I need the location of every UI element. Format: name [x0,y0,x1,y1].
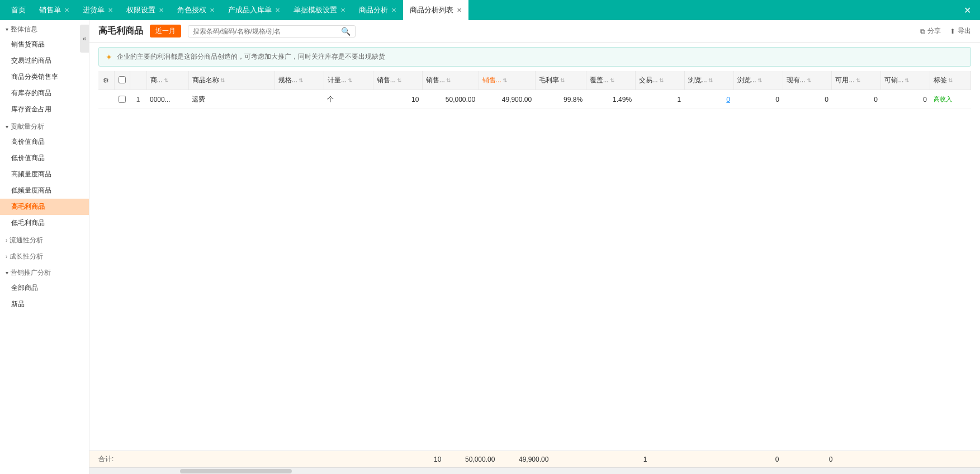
sidebar-item-goods-analysis[interactable]: 商品分类销售率 [0,69,89,85]
nav-tab-role-close[interactable]: ✕ [210,7,215,14]
main-layout: « ▾ 整体信息 销售货商品 交易过的商品 商品分类销售率 有库存的商品 库存资… [0,20,980,474]
share-icon: ⧉ [920,27,925,35]
nav-tab-analysis-close[interactable]: ✕ [391,7,396,14]
col-settings[interactable]: ⚙ [98,71,114,90]
share-button[interactable]: ⧉ 分享 [920,26,941,36]
sidebar: « ▾ 整体信息 销售货商品 交易过的商品 商品分类销售率 有库存的商品 库存资… [0,20,89,474]
sort-icon: ⇅ [856,77,860,83]
col-sales-cost-header[interactable]: 销售... ⇅ [479,71,535,90]
col-current-header[interactable]: 现有... ⇅ [783,71,832,90]
col-margin-rate-header[interactable]: 毛利率 ⇅ [535,71,586,90]
export-button[interactable]: ⬆ 导出 [950,26,971,36]
sidebar-item-high-value[interactable]: 高价值商品 [0,134,89,150]
col-browse1-header[interactable]: 浏览... ⇅ [684,71,733,90]
info-banner: ✦ 企业的主要的利润都是这部分商品创造的，可考虑加大推广，同时关注库存是不要出现… [98,47,971,67]
content-header: 高毛利商品 近一月 🔍 ⧉ 分享 ⬆ 导出 [89,20,980,43]
sort-icon: ⇅ [164,77,168,83]
col-check[interactable] [114,71,130,90]
sidebar-group-growth[interactable]: › 成长性分析 [0,247,89,264]
col-saleable-header[interactable]: 可销... ⇅ [881,71,930,90]
sidebar-item-traded-goods[interactable]: 交易过的商品 [0,53,89,69]
nav-tab-purchase-close[interactable]: ✕ [108,7,113,14]
sort-icon: ⇅ [220,77,225,83]
col-code-header[interactable]: 商... ⇅ [146,71,188,90]
col-num-header [130,71,146,90]
sidebar-item-sales-goods[interactable]: 销售货商品 [0,36,89,53]
col-sales-qty-header[interactable]: 销售... ⇅ [373,71,422,90]
sidebar-group-marketing-arrow: ▾ [6,270,8,276]
sidebar-item-all-goods[interactable]: 全部商品 [0,280,89,296]
nav-tab-analysis-list[interactable]: 商品分析列表 ✕ [403,0,468,20]
search-icon[interactable]: 🔍 [341,27,351,36]
sort-icon: ⇅ [807,77,811,83]
cell-transaction: 1 [635,90,684,109]
nav-tab-purchase[interactable]: 进货单 ✕ [76,0,120,20]
sidebar-item-stock-fund[interactable]: 库存资金占用 [0,101,89,118]
sidebar-item-low-freq[interactable]: 低频量度商品 [0,182,89,199]
cell-current: 0 [783,90,832,109]
select-all-checkbox[interactable] [119,76,126,83]
sidebar-item-new-goods[interactable]: 新品 [0,296,89,312]
sort-icon: ⇅ [446,77,451,83]
col-coverage-header[interactable]: 覆盖... ⇅ [586,71,635,90]
sort-icon: ⇅ [560,77,565,83]
cell-coverage: 1.49% [586,90,635,109]
col-name-header[interactable]: 商品名称 ⇅ [188,71,274,90]
nav-tab-template[interactable]: 单据模板设置 ✕ [287,0,352,20]
nav-tab-perm-close[interactable]: ✕ [159,7,164,14]
sidebar-group-wealth[interactable]: ▾ 贡献量分析 [0,118,89,134]
sidebar-group-growth-arrow: › [6,254,7,260]
footer-label: 合计: [98,454,113,464]
nav-tab-inbound[interactable]: 产成品入库单 ✕ [221,0,287,20]
sidebar-group-trend[interactable]: › 流通性分析 [0,231,89,247]
sidebar-group-wealth-label: 贡献量分析 [11,122,44,132]
col-unit-header[interactable]: 计量... ⇅ [324,71,373,90]
footer-bar: 合计: 10 50,000.00 49,900.00 1 0 0 [89,450,980,467]
sidebar-group-marketing[interactable]: ▾ 营销推广分析 [0,264,89,280]
cell-saleable: 0 [881,90,930,109]
cell-available: 0 [832,90,881,109]
nav-tab-home-label: 首页 [11,5,26,15]
col-available-header[interactable]: 可用... ⇅ [832,71,881,90]
sidebar-item-stocked-goods[interactable]: 有库存的商品 [0,85,89,101]
nav-tab-analysis[interactable]: 商品分析 ✕ [352,0,403,20]
col-sales-amount-header[interactable]: 销售... ⇅ [422,71,479,90]
sidebar-collapse-button[interactable]: « [80,25,89,53]
page-title: 高毛利商品 [98,25,143,37]
footer-current: 0 [734,456,779,463]
app-close-button[interactable]: ✕ [959,5,976,16]
col-browse2-header[interactable]: 浏览... ⇅ [733,71,783,90]
nav-tab-sales[interactable]: 销售单 ✕ [32,0,76,20]
nav-tab-perm[interactable]: 权限设置 ✕ [120,0,171,20]
sort-icon: ⇅ [397,77,401,83]
filter-button[interactable]: 近一月 [150,25,181,37]
col-spec-header[interactable]: 规格... ⇅ [274,71,324,90]
cell-browse1[interactable]: 0 [684,90,733,109]
footer-sales-qty: 10 [396,456,441,463]
nav-tab-inbound-close[interactable]: ✕ [275,7,280,14]
table-body: 1 0000... 运费 个 10 50,000.00 49,900.00 99… [98,90,971,109]
nav-tab-sales-close[interactable]: ✕ [64,7,69,14]
sidebar-item-high-freq[interactable]: 高频量度商品 [0,166,89,182]
search-input[interactable] [193,27,341,35]
sidebar-group-overall[interactable]: ▾ 整体信息 [0,20,89,36]
nav-tab-home[interactable]: 首页 [4,0,32,20]
col-tag-header[interactable]: 标签 ⇅ [930,71,971,90]
sort-icon: ⇅ [503,77,507,83]
sidebar-group-overall-arrow: ▾ [6,26,8,32]
nav-tab-template-close[interactable]: ✕ [340,7,345,14]
row-checkbox[interactable] [119,96,126,103]
nav-tab-role[interactable]: 角色授权 ✕ [171,0,221,20]
table-wrapper: ⚙ 商... ⇅ [89,71,980,450]
cell-check[interactable] [114,90,130,109]
sort-icon: ⇅ [948,77,953,83]
scroll-thumb[interactable] [180,469,292,473]
table-row: 1 0000... 运费 个 10 50,000.00 49,900.00 99… [98,90,971,109]
nav-tab-analysis-list-close[interactable]: ✕ [457,7,462,14]
sidebar-item-low-value[interactable]: 低价值商品 [0,150,89,166]
horizontal-scrollbar[interactable] [89,467,980,474]
sidebar-item-low-margin[interactable]: 低毛利商品 [0,215,89,231]
sidebar-item-high-margin[interactable]: 高毛利商品 [0,199,89,215]
col-transaction-header[interactable]: 交易... ⇅ [635,71,684,90]
content-area: 高毛利商品 近一月 🔍 ⧉ 分享 ⬆ 导出 ✦ 企业的主要的利润都是这部分商品创… [89,20,980,474]
